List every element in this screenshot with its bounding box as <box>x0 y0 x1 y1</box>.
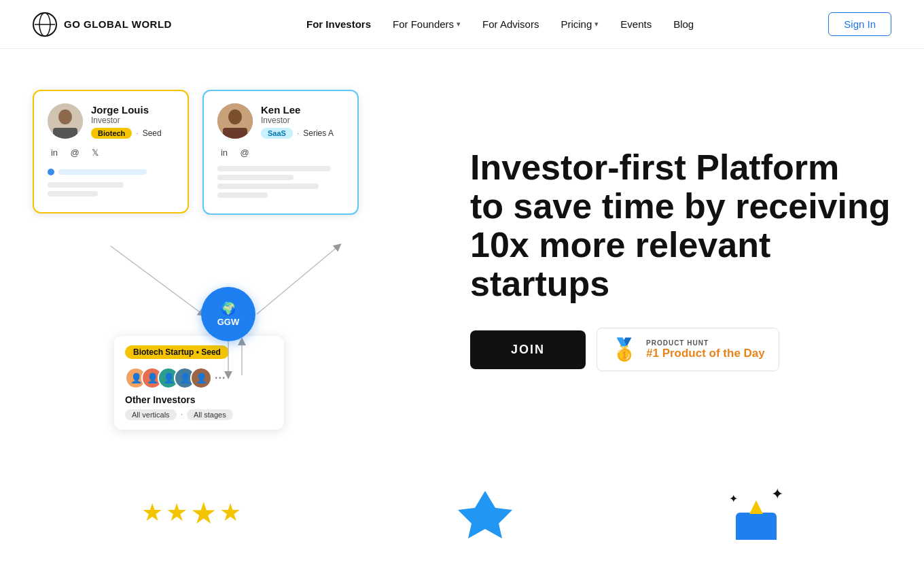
star-2: ★ <box>166 498 188 527</box>
linkedin-icon-ken[interactable]: in <box>217 145 231 159</box>
ken-social: in @ <box>217 145 344 159</box>
other-dots: ··· <box>215 372 226 384</box>
other-avatars: 👤 👤 👤 👤 👤 ··· <box>125 367 273 389</box>
jorge-tag: Biotech <box>91 128 132 139</box>
logo-text: GO GLOBAL WORLD <box>64 18 172 30</box>
star-4: ★ <box>219 498 241 527</box>
jorge-stage: Seed <box>143 128 162 138</box>
ken-tag: SaaS <box>261 128 293 139</box>
nav-for-advisors[interactable]: For Advisors <box>482 18 539 30</box>
product-hunt-label: PRODUCT HUNT <box>646 339 765 347</box>
sign-in-button[interactable]: Sign In <box>828 12 891 36</box>
svg-line-4 <box>257 246 338 314</box>
star-1: ★ <box>141 498 163 527</box>
stars-rating: ★ ★ ★ ★ <box>141 496 241 530</box>
linkedin-icon[interactable]: in <box>48 145 61 159</box>
chevron-down-icon-pricing: ▾ <box>594 20 599 29</box>
other-avatar-5: 👤 <box>190 367 212 389</box>
other-investors-card: Biotech Startup • Seed 👤 👤 👤 👤 👤 ··· Oth… <box>114 336 284 430</box>
avatar-ken <box>217 103 253 139</box>
logo[interactable]: GO GLOBAL WORLD <box>33 12 172 37</box>
ken-stage: Series A <box>303 128 334 138</box>
nav-for-investors[interactable]: For Investors <box>306 18 371 30</box>
all-verticals-tag: All verticals <box>125 409 177 420</box>
jorge-name: Jorge Louis <box>91 104 162 116</box>
ken-name: Ken Lee <box>261 104 334 116</box>
hero-section: Jorge Louis Investor Biotech · Seed in @… <box>0 49 924 457</box>
join-button[interactable]: JOIN <box>470 330 586 369</box>
hero-text: Investor-first Platform to save time by … <box>429 148 891 372</box>
ken-role: Investor <box>261 116 334 125</box>
hero-illustration: Jorge Louis Investor Biotech · Seed in @… <box>33 90 427 430</box>
product-hunt-badge: 🥇 PRODUCT HUNT #1 Product of the Day <box>597 328 779 371</box>
navbar: GO GLOBAL WORLD For Investors For Founde… <box>0 0 924 49</box>
other-investors-label: Other Investors <box>125 394 273 405</box>
logo-icon <box>33 12 57 37</box>
all-stages-tag: All stages <box>187 409 233 420</box>
investor-card-jorge: Jorge Louis Investor Biotech · Seed in @… <box>33 90 189 213</box>
nav-events[interactable]: Events <box>620 18 652 30</box>
chevron-down-icon: ▾ <box>457 20 461 29</box>
nav-blog[interactable]: Blog <box>673 18 694 30</box>
email-icon[interactable]: @ <box>68 145 82 159</box>
jorge-role: Investor <box>91 116 162 125</box>
twitter-icon[interactable]: 𝕏 <box>88 145 102 159</box>
hero-title: Investor-first Platform to save time by … <box>470 148 891 304</box>
bottom-section: ★ ★ ★ ★ ✦ ✦ <box>0 457 924 568</box>
svg-line-3 <box>111 246 202 314</box>
other-tags: All verticals · All stages <box>125 409 273 420</box>
bottom-icon-1 <box>458 484 512 541</box>
email-icon-ken[interactable]: @ <box>238 145 251 159</box>
investor-card-ken: Ken Lee Investor SaaS · Series A in @ <box>202 90 359 215</box>
nav-pricing[interactable]: Pricing ▾ <box>561 18 599 30</box>
biotech-startup-tag: Biotech Startup • Seed <box>125 345 229 359</box>
nav-for-founders[interactable]: For Founders ▾ <box>393 18 461 30</box>
star-3: ★ <box>190 496 217 530</box>
jorge-social: in @ 𝕏 <box>48 145 174 159</box>
nav-links: For Investors For Founders ▾ For Advisor… <box>306 18 694 30</box>
ggw-circle: 🌍 GGW <box>201 287 255 341</box>
svg-point-8 <box>58 109 72 124</box>
svg-rect-9 <box>53 128 77 139</box>
ggw-label: GGW <box>217 317 240 327</box>
svg-marker-13 <box>458 491 512 538</box>
svg-point-11 <box>228 109 242 124</box>
svg-rect-12 <box>223 128 247 139</box>
avatar-jorge <box>48 103 83 139</box>
bottom-icon-2: ✦ ✦ <box>729 485 783 540</box>
product-hunt-value: #1 Product of the Day <box>646 347 765 360</box>
hero-actions: JOIN 🥇 PRODUCT HUNT #1 Product of the Da… <box>470 328 891 371</box>
medal-icon: 🥇 <box>611 337 638 362</box>
